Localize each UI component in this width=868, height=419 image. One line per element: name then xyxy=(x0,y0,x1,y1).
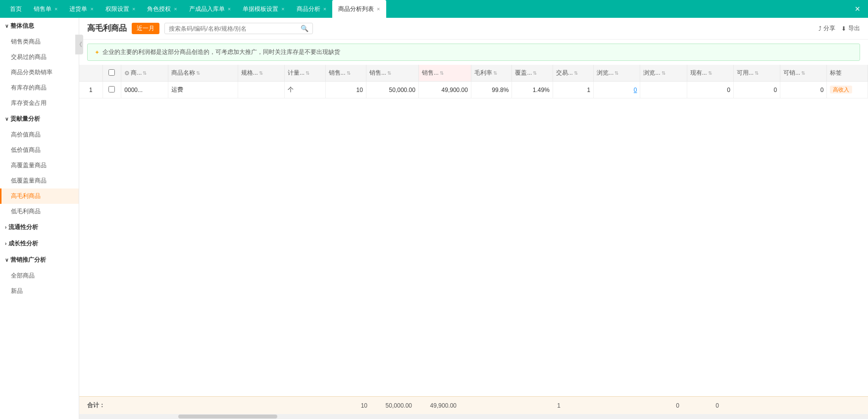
sidebar-item-low-coverage[interactable]: 低覆盖量商品 xyxy=(0,173,79,188)
chevron-down-icon: ∨ xyxy=(5,116,8,122)
col-label-browse1: 浏览... xyxy=(597,69,613,77)
tab-sales[interactable]: 销售单 × xyxy=(28,0,63,18)
sort-icon[interactable]: ⇅ xyxy=(196,70,200,76)
tab-product-analysis[interactable]: 商品分析 × xyxy=(291,0,332,18)
col-header-stock1: 现有... ⇅ xyxy=(687,65,733,82)
tab-template[interactable]: 单据模板设置 × xyxy=(237,0,290,18)
col-header-browse2: 浏览... ⇅ xyxy=(640,65,687,82)
sort-icon[interactable]: ⇅ xyxy=(708,70,712,76)
col-label-unit: 计量... xyxy=(288,69,305,77)
sidebar-item-high-value[interactable]: 高价值商品 xyxy=(0,127,79,142)
gear-icon[interactable]: ⚙ xyxy=(124,70,130,77)
sidebar-group-contribution[interactable]: ∨ 贡献量分析 xyxy=(0,111,79,127)
col-header-unit: 计量... ⇅ xyxy=(285,65,325,82)
tab-role[interactable]: 角色授权 × xyxy=(141,0,183,18)
sort-icon[interactable]: ⇅ xyxy=(440,70,444,76)
search-icon[interactable]: 🔍 xyxy=(301,25,308,32)
window-close-button[interactable]: × xyxy=(851,4,864,14)
sidebar-group-growth[interactable]: › 成长性分析 xyxy=(0,235,79,252)
sort-icon[interactable]: ⇅ xyxy=(574,70,578,76)
sort-icon[interactable]: ⇅ xyxy=(614,70,618,76)
col-label-stock1: 现有... xyxy=(690,69,707,77)
horizontal-scrollbar[interactable] xyxy=(79,414,868,419)
close-icon[interactable]: × xyxy=(174,6,177,12)
chevron-down-icon: ∨ xyxy=(5,23,8,29)
col-header-name: 商品名称 ⇅ xyxy=(168,65,238,82)
sort-icon[interactable]: ⇅ xyxy=(493,70,497,76)
sort-icon[interactable]: ⇅ xyxy=(306,70,309,76)
col-header-spec: 规格... ⇅ xyxy=(238,65,284,82)
tab-permission[interactable]: 权限设置 × xyxy=(100,0,141,18)
tab-home[interactable]: 首页 xyxy=(4,0,28,18)
close-icon[interactable]: × xyxy=(54,6,57,12)
row-checkbox[interactable] xyxy=(108,86,115,93)
sidebar-item-high-coverage[interactable]: 高覆盖量商品 xyxy=(0,158,79,173)
sort-icon[interactable]: ⇅ xyxy=(143,70,147,76)
cell-browse2 xyxy=(640,82,687,98)
sidebar-item-category-rate[interactable]: 商品分类助销率 xyxy=(0,65,79,80)
col-header-sales-amt: 销售... ⇅ xyxy=(366,65,418,82)
sidebar-group-overall[interactable]: ∨ 整体信息 xyxy=(0,18,79,34)
sidebar-item-traded-goods[interactable]: 交易过的商品 xyxy=(0,49,79,65)
search-input[interactable] xyxy=(169,25,301,32)
sidebar-item-low-margin[interactable]: 低毛利商品 xyxy=(0,204,79,219)
tab-product-inbound[interactable]: 产成品入库单 × xyxy=(183,0,237,18)
col-header-stock2: 可用... ⇅ xyxy=(733,65,780,82)
cell-sku: 0000... xyxy=(121,82,168,98)
cell-stock1: 0 xyxy=(687,82,733,98)
time-filter-button[interactable]: 近一月 xyxy=(132,23,159,34)
col-label-browse2: 浏览... xyxy=(643,69,660,77)
footer-sales-amt: 50,000.00 xyxy=(370,402,415,409)
share-button[interactable]: ⤴ 分享 xyxy=(818,24,835,33)
data-table: ⚙ 商... ⇅ 商品名称 ⇅ xyxy=(79,65,868,98)
sidebar-item-new-goods[interactable]: 新品 xyxy=(0,283,79,299)
sort-icon[interactable]: ⇅ xyxy=(259,70,263,76)
col-header-tag: 标签 xyxy=(827,65,868,82)
export-icon: ⬇ xyxy=(841,25,846,32)
select-all-checkbox[interactable] xyxy=(108,69,115,76)
col-label-cover: 覆盖... xyxy=(515,69,532,77)
col-label-sku: 商... xyxy=(131,69,142,77)
cell-sales-qty: 10 xyxy=(325,82,366,98)
sort-icon[interactable]: ⇅ xyxy=(347,70,351,76)
cell-stock2: 0 xyxy=(733,82,780,98)
cell-unit: 个 xyxy=(285,82,325,98)
tab-product-analysis-list[interactable]: 商品分析列表 × xyxy=(332,0,386,18)
close-icon[interactable]: × xyxy=(377,6,380,12)
sidebar-group-marketing[interactable]: ∨ 营销推广分析 xyxy=(0,252,79,268)
sort-icon[interactable]: ⇅ xyxy=(387,70,391,76)
close-icon[interactable]: × xyxy=(323,6,326,12)
sidebar-item-all-goods[interactable]: 全部商品 xyxy=(0,268,79,283)
close-icon[interactable]: × xyxy=(281,6,284,12)
chevron-right-icon: › xyxy=(5,225,6,230)
sidebar-item-low-value[interactable]: 低价值商品 xyxy=(0,142,79,158)
col-label-trade: 交易... xyxy=(556,69,573,77)
cell-checkbox xyxy=(102,82,121,98)
sort-icon[interactable]: ⇅ xyxy=(755,70,759,76)
top-nav: 首页 销售单 × 进货单 × 权限设置 × 角色授权 × 产成品入库单 × 单据… xyxy=(0,0,868,18)
sidebar-collapse-button[interactable]: 《 xyxy=(75,35,83,54)
cell-num: 1 xyxy=(79,82,102,98)
cell-tag: 高收入 xyxy=(827,82,868,98)
sidebar-item-in-stock[interactable]: 有库存的商品 xyxy=(0,80,79,95)
page-title: 高毛利商品 xyxy=(87,23,127,34)
close-icon[interactable]: × xyxy=(228,6,231,12)
sort-icon[interactable]: ⇅ xyxy=(801,70,805,76)
col-label-stock3: 可销... xyxy=(783,69,800,77)
sidebar-group-liquidity[interactable]: › 流通性分析 xyxy=(0,219,79,235)
sort-icon[interactable]: ⇅ xyxy=(662,70,665,76)
export-button[interactable]: ⬇ 导出 xyxy=(841,24,860,33)
browse1-link[interactable]: 0 xyxy=(634,87,637,93)
tag-high-income: 高收入 xyxy=(830,86,852,93)
sidebar-item-stock-capital[interactable]: 库存资金占用 xyxy=(0,95,79,111)
tab-purchase[interactable]: 进货单 × xyxy=(63,0,99,18)
sidebar-item-sales-goods[interactable]: 销售类商品 xyxy=(0,34,79,49)
close-icon[interactable]: × xyxy=(90,6,93,12)
scroll-thumb[interactable] xyxy=(178,415,277,419)
close-icon[interactable]: × xyxy=(132,6,135,12)
sort-icon[interactable]: ⇅ xyxy=(533,70,537,76)
footer-sales-cost: 49,900.00 xyxy=(415,402,460,409)
sidebar-item-high-margin[interactable]: 高毛利商品 xyxy=(0,188,79,204)
info-banner: ✦ 企业的主要的利润都是这部分商品创造的，可考虑加大推广，同时关注库存是不要出现… xyxy=(87,44,860,61)
col-label-spec: 规格... xyxy=(241,69,258,77)
